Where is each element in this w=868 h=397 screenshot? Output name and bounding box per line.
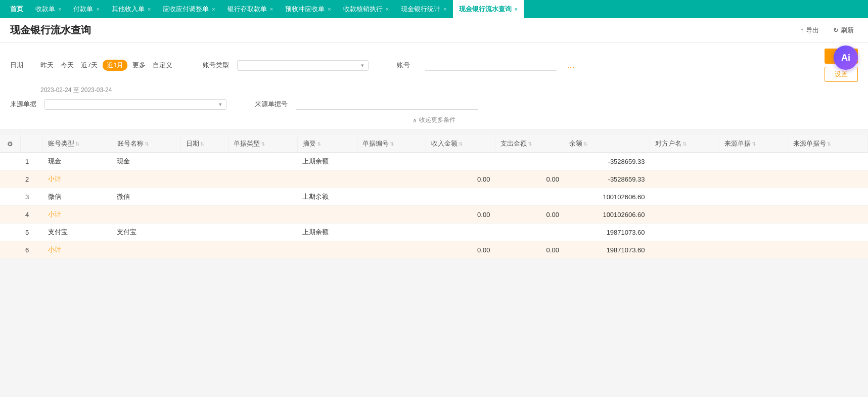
nav-tab-0[interactable]: 收款单× (29, 0, 67, 18)
cell-account_name: 现金 (112, 153, 181, 170)
date-option-近1月[interactable]: 近1月 (103, 60, 127, 71)
cell-source_doc (719, 206, 788, 224)
tab-close-icon[interactable]: × (443, 6, 446, 12)
date-filter-label: 日期 (10, 61, 30, 70)
tab-close-icon[interactable]: × (328, 6, 331, 12)
source-doc-no-label: 来源单据号 (255, 100, 288, 109)
nav-tab-6[interactable]: 收款核销执行× (337, 0, 395, 18)
cell-account_name (112, 241, 181, 259)
export-button[interactable]: ↑ 导出 (797, 24, 824, 37)
th-source-doc-no[interactable]: 来源单据号⇅ (788, 135, 868, 153)
settings-column-header[interactable]: ⚙ (0, 135, 20, 153)
cell-account_type: 微信 (43, 188, 112, 206)
cell-date (181, 153, 229, 170)
nav-home[interactable]: 首页 (4, 0, 29, 18)
th-account-name[interactable]: 账号名称⇅ (112, 135, 181, 153)
tab-close-icon[interactable]: × (58, 6, 61, 12)
cell-source_doc_no (788, 241, 868, 259)
th-expense[interactable]: 支出金额⇅ (495, 135, 564, 153)
cell-counterpart (650, 170, 719, 188)
cell-doc_type (229, 206, 298, 224)
th-index (20, 135, 43, 153)
cell-summary: 上期余额 (297, 153, 357, 170)
cell-summary: 上期余额 (297, 224, 357, 241)
th-counterpart[interactable]: 对方户名⇅ (650, 135, 719, 153)
cell-source_doc (719, 224, 788, 241)
source-doc-label: 来源单据 (10, 100, 36, 109)
table-row: 6小计0.000.0019871073.60 (0, 241, 868, 259)
tab-close-icon[interactable]: × (270, 6, 273, 12)
date-option-自定义[interactable]: 自定义 (151, 60, 174, 71)
source-doc-select[interactable]: ▾ (44, 99, 226, 110)
tab-close-icon[interactable]: × (96, 6, 99, 12)
cell-expense (495, 224, 564, 241)
cell-income: 0.00 (426, 206, 495, 224)
nav-tab-7[interactable]: 现金银行统计× (395, 0, 452, 18)
account-type-select[interactable]: ▾ (237, 60, 369, 71)
cell-balance: 19871073.60 (564, 241, 650, 259)
table-row: 4小计0.000.00100102606.60 (0, 206, 868, 224)
cell-index: 2 (20, 170, 43, 188)
cell-doc_no (357, 153, 426, 170)
cell-source_doc (719, 241, 788, 259)
cell-doc_type (229, 224, 298, 241)
date-option-今天[interactable]: 今天 (59, 60, 76, 71)
table-row: 5支付宝支付宝上期余额19871073.60 (0, 224, 868, 241)
table-body: 1现金现金上期余额-3528659.332小计0.000.00-3528659.… (0, 153, 868, 259)
cell-gear (0, 153, 20, 170)
cell-index: 3 (20, 188, 43, 206)
th-account-type[interactable]: 账号类型⇅ (43, 135, 112, 153)
nav-tab-2[interactable]: 其他收入单× (106, 0, 157, 18)
nav-tab-5[interactable]: 预收冲应收单× (279, 0, 337, 18)
date-option-昨天[interactable]: 昨天 (38, 60, 56, 71)
nav-tab-3[interactable]: 应收应付调整单× (157, 0, 221, 18)
tab-close-icon[interactable]: × (148, 6, 151, 12)
cell-doc_no (357, 224, 426, 241)
page-header: 现金银行流水查询 ↑ 导出 ↻ 刷新 (0, 18, 868, 42)
tab-close-icon[interactable]: × (386, 6, 389, 12)
tab-close-icon[interactable]: × (515, 6, 518, 12)
th-income[interactable]: 收入金额⇅ (426, 135, 495, 153)
cell-balance: -3528659.33 (564, 153, 650, 170)
filter-collapse-btn[interactable]: ∧ 收起更多条件 (10, 114, 858, 125)
source-doc-no-input[interactable] (296, 99, 478, 110)
cell-index: 5 (20, 224, 43, 241)
th-doc-type[interactable]: 单据类型⇅ (229, 135, 298, 153)
cell-expense (495, 188, 564, 206)
cell-account_name: 支付宝 (112, 224, 181, 241)
account-input[interactable] (425, 60, 557, 71)
tab-close-icon[interactable]: × (212, 6, 215, 12)
account-type-arrow-icon: ▾ (361, 62, 364, 69)
date-option-更多[interactable]: 更多 (130, 60, 148, 71)
nav-tab-8[interactable]: 现金银行流水查询× (453, 0, 524, 18)
cell-expense: 0.00 (495, 206, 564, 224)
cell-account_name (112, 170, 181, 188)
cell-date (181, 188, 229, 206)
th-source-doc[interactable]: 来源单据⇅ (719, 135, 788, 153)
filter-row-1: 日期 昨天今天近7天近1月更多自定义 账号类型 ▾ 账号 ... 查询 设置 (10, 49, 858, 82)
account-dots[interactable]: ... (567, 60, 574, 71)
cell-doc_type (229, 241, 298, 259)
cell-doc_type (229, 153, 298, 170)
cell-balance: 100102606.60 (564, 188, 650, 206)
table-header-row: ⚙ 账号类型⇅ 账号名称⇅ 日期⇅ 单据类型⇅ 摘要⇅ 单据编号⇅ 收入金额⇅ … (0, 135, 868, 153)
account-type-label: 账号类型 (203, 61, 229, 70)
filter-row-date-range: 2023-02-24 至 2023-03-24 (10, 86, 858, 95)
cell-source_doc_no (788, 170, 868, 188)
export-icon: ↑ (801, 26, 804, 34)
date-option-近7天[interactable]: 近7天 (79, 60, 100, 71)
refresh-button[interactable]: ↻ 刷新 (829, 24, 858, 37)
cell-doc_no (357, 241, 426, 259)
cell-counterpart (650, 188, 719, 206)
th-summary[interactable]: 摘要⇅ (297, 135, 357, 153)
nav-tab-4[interactable]: 银行存取款单× (221, 0, 279, 18)
th-doc-no[interactable]: 单据编号⇅ (357, 135, 426, 153)
th-balance[interactable]: 余额⇅ (564, 135, 650, 153)
cell-source_doc (719, 170, 788, 188)
ai-assistant-button[interactable]: Ai (834, 46, 858, 70)
th-date[interactable]: 日期⇅ (181, 135, 229, 153)
cell-gear (0, 224, 20, 241)
table-row: 3微信微信上期余额100102606.60 (0, 188, 868, 206)
nav-tab-1[interactable]: 付款单× (67, 0, 105, 18)
cell-doc_no (357, 170, 426, 188)
